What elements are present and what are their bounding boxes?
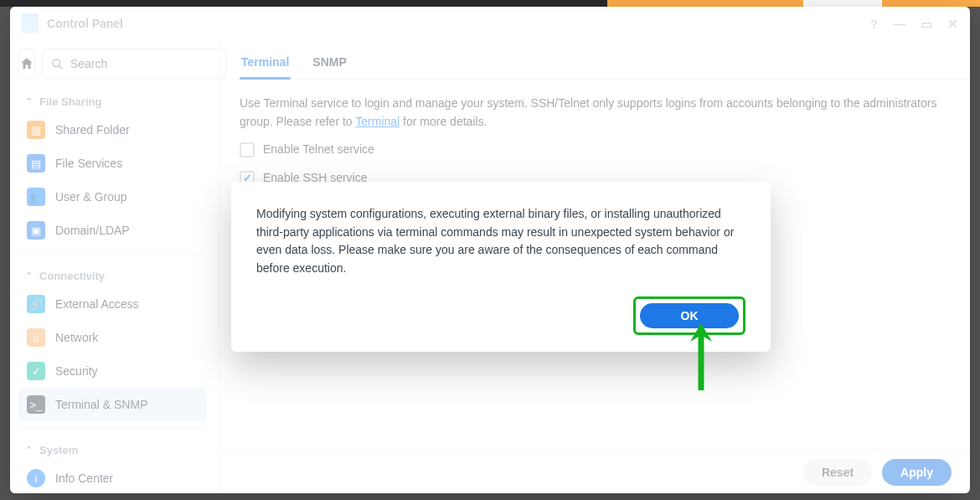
annotation-arrow <box>689 323 714 395</box>
control-panel-window: Control Panel ? — ▭ ✕ ⌃File Sharing ▥Sha… <box>10 7 970 493</box>
dialog-text: Modifying system configurations, executi… <box>256 205 745 278</box>
wallpaper-strip <box>0 0 980 7</box>
